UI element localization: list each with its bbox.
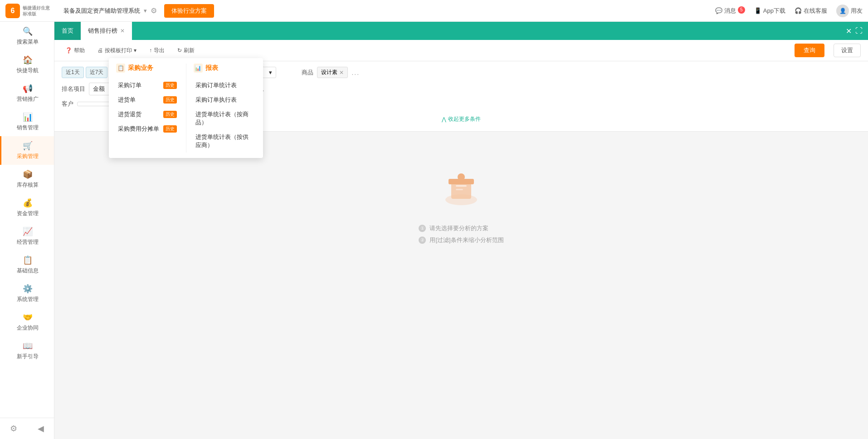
tab-close-icon[interactable]: ✕: [120, 28, 125, 34]
dropdown-item-purchase-expense[interactable]: 采购费用分摊单 历史: [116, 122, 179, 136]
dropdown-item-goods-receipt[interactable]: 进货单 历史: [116, 93, 179, 107]
trial-button[interactable]: 体验行业方案: [164, 4, 214, 18]
sidebar-item-purchase[interactable]: 🛒 采购管理: [0, 136, 54, 165]
online-service-nav[interactable]: 🎧 在线客服: [795, 7, 827, 15]
sidebar-bottom: ⚙ ◀: [0, 418, 54, 439]
date-tag-7days[interactable]: 近7天: [86, 67, 108, 78]
logo-area: 6 畅捷通好生意 标准版: [5, 4, 60, 18]
logo-icon: 6: [5, 4, 20, 18]
query-button[interactable]: 查询: [795, 44, 824, 57]
purchase-dropdown-menu: 📋 采购业务 采购订单 历史 进货单 历史 进货退货: [109, 58, 263, 158]
header-right: 💬 消息 5 📱 App下载 🎧 在线客服 👤 用友: [715, 5, 863, 17]
collapse-up-icon: ⋀: [442, 116, 446, 123]
dropdown-col-purchase-title: 📋 采购业务: [116, 64, 179, 74]
sidebar-collapse-icon[interactable]: ◀: [38, 424, 44, 434]
content-area: 首页 销售排行榜 ✕ ✕ ⛶ ❓ 帮助 🖨 按模板打印: [54, 22, 868, 439]
sidebar-item-search[interactable]: 🔍 搜索菜单: [0, 22, 54, 50]
purchase-col-icon: 📋: [116, 64, 125, 73]
guide-icon: 📖: [23, 341, 33, 351]
sidebar-item-quicknav[interactable]: 🏠 快捷导航: [0, 50, 54, 79]
dropdown-item-purchase-order-stat[interactable]: 采购订单统计表: [194, 78, 256, 93]
sales-icon: 📊: [23, 112, 33, 122]
svg-point-3: [458, 173, 465, 181]
message-badge: 5: [738, 6, 745, 14]
operation-icon: 📈: [23, 227, 33, 237]
marketing-icon: 📢: [23, 84, 33, 94]
tab-bar: 首页 销售排行榜 ✕ ✕ ⛶: [54, 22, 868, 40]
avatar: 👤: [836, 5, 849, 17]
goods-return-badge: 历史: [163, 111, 177, 118]
sidebar-item-baseinfo[interactable]: 📋 基础信息: [0, 251, 54, 279]
tab-home[interactable]: 首页: [54, 22, 81, 40]
sidebar-item-inventory[interactable]: 📦 库存核算: [0, 165, 54, 193]
export-icon: ↑: [149, 47, 152, 54]
goods-tag-close[interactable]: ✕: [339, 69, 344, 76]
purchase-icon: 🛒: [23, 141, 33, 151]
sidebar-item-sales[interactable]: 📊 销售管理: [0, 108, 54, 136]
search-icon: 🔍: [23, 26, 33, 36]
top-header: 6 畅捷通好生意 标准版 装备及固定资产辅助管理系统 ▾ ⚙ 体验行业方案 💬 …: [0, 0, 868, 22]
tab-fullscreen-icon[interactable]: ⛶: [855, 27, 863, 35]
print-icon: 🖨: [98, 47, 103, 54]
message-icon: 💬: [715, 7, 722, 14]
finance-icon: 💰: [23, 198, 33, 208]
sidebar-item-enterprise[interactable]: 🤝 企业协同: [0, 308, 54, 336]
dropdown-col-report: 📊 报表 采购订单统计表 采购订单执行表 进货单统计表（按商品）: [186, 64, 263, 153]
print-button[interactable]: 🖨 按模板打印 ▾: [94, 45, 140, 56]
headset-icon: 🎧: [795, 7, 802, 14]
dropdown-col-purchase: 📋 采购业务 采购订单 历史 进货单 历史 进货退货: [109, 64, 186, 153]
sidebar: 🔍 搜索菜单 🏠 快捷导航 📢 营销推广 📊 销售管理 🛒 采购管理 📦 库存核…: [0, 22, 54, 439]
sidebar-item-operation[interactable]: 📈 经营管理: [0, 222, 54, 251]
dropdown-item-purchase-order-exec[interactable]: 采购订单执行表: [194, 93, 256, 107]
dropdown-columns: 📋 采购业务 采购订单 历史 进货单 历史 进货退货: [109, 64, 263, 153]
system-icon: ⚙️: [23, 284, 33, 294]
refresh-icon: ↻: [177, 47, 182, 54]
print-chevron-icon: ▾: [134, 47, 137, 54]
dropdown-item-goods-stat-by-supplier[interactable]: 进货单统计表（按供应商）: [194, 130, 256, 153]
setting-button[interactable]: 设置: [834, 44, 861, 57]
messages-nav[interactable]: 💬 消息 5: [715, 7, 745, 15]
report-col-icon: 📊: [194, 64, 203, 73]
customer-label: 客户: [62, 100, 73, 108]
doc-status-chevron: ▾: [269, 69, 272, 76]
dropdown-item-purchase-order[interactable]: 采购订单 历史: [116, 78, 179, 93]
purchase-order-badge: 历史: [163, 82, 177, 89]
logo-text: 畅捷通好生意 标准版: [23, 5, 50, 17]
mobile-icon: 📱: [754, 7, 761, 14]
goods-receipt-badge: 历史: [163, 96, 177, 104]
settings-icon[interactable]: ⚙: [151, 6, 157, 15]
sidebar-item-marketing[interactable]: 📢 营销推广: [0, 79, 54, 108]
date-tag-1day[interactable]: 近1天: [62, 67, 84, 78]
svg-rect-4: [456, 185, 467, 187]
app-download-nav[interactable]: 📱 App下载: [754, 7, 785, 15]
dropdown-item-goods-stat-by-product[interactable]: 进货单统计表（按商品）: [194, 107, 256, 130]
dropdown-item-goods-return[interactable]: 进货退货 历史: [116, 107, 179, 122]
goods-filter-group: 商品 设计素 ✕ ...: [302, 67, 392, 78]
goods-label: 商品: [302, 69, 313, 77]
refresh-button[interactable]: ↻ 刷新: [174, 45, 198, 56]
export-button[interactable]: ↑ 导出: [146, 45, 168, 56]
purchase-expense-badge: 历史: [163, 125, 177, 133]
sidebar-item-system[interactable]: ⚙️ 系统管理: [0, 279, 54, 308]
tab-sales-rank[interactable]: 销售排行榜 ✕: [81, 22, 132, 40]
home-icon: 🏠: [23, 55, 33, 65]
user-nav[interactable]: 👤 用友: [836, 5, 863, 17]
empty-illustration: [439, 168, 484, 213]
main-layout: 🔍 搜索菜单 🏠 快捷导航 📢 营销推广 📊 销售管理 🛒 采购管理 📦 库存核…: [0, 22, 868, 439]
help-icon: ❓: [65, 47, 72, 54]
system-title: 装备及固定资产辅助管理系统 ▾ ⚙: [63, 6, 157, 15]
sidebar-item-finance[interactable]: 💰 资金管理: [0, 193, 54, 222]
goods-tag: 设计素 ✕: [317, 67, 348, 78]
sidebar-item-guide[interactable]: 📖 新手引导: [0, 336, 54, 365]
empty-tips: ① 请先选择要分析的方案 ② 用[过滤]条件来缩小分析范围: [419, 222, 503, 246]
inventory-icon: 📦: [23, 169, 33, 179]
chevron-down-icon[interactable]: ▾: [144, 7, 147, 14]
dropdown-col-report-title: 📊 报表: [194, 64, 256, 74]
tab-actions: ✕ ⛶: [846, 27, 868, 35]
enterprise-icon: 🤝: [23, 312, 33, 322]
sidebar-settings-icon[interactable]: ⚙: [10, 424, 17, 434]
help-button[interactable]: ❓ 帮助: [62, 45, 88, 56]
goods-more-btn[interactable]: ...: [351, 69, 360, 76]
tab-close-all-icon[interactable]: ✕: [846, 27, 852, 35]
rank-label: 排名项目: [62, 85, 85, 93]
